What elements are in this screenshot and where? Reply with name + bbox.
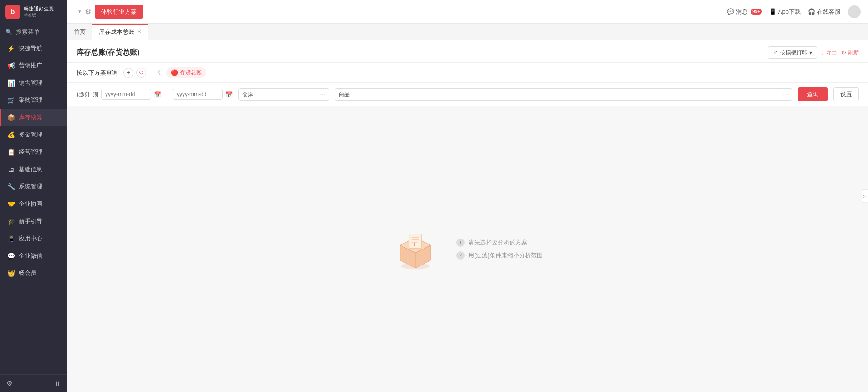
right-panel-button[interactable]: > [862, 189, 868, 203]
sidebar-footer: ⚙ ⏸ [0, 374, 67, 392]
sidebar-icon-member: 👑 [7, 270, 15, 277]
sidebar-item-enterprise[interactable]: 🤝企业协同 [0, 195, 67, 213]
sidebar-icon-inventory: 📦 [7, 114, 15, 121]
app-download-btn[interactable]: 📱 App下载 [769, 8, 801, 16]
app-name: 畅捷通好生意 [24, 5, 54, 12]
sidebar-item-system[interactable]: 🔧系统管理 [0, 178, 67, 195]
date-start-input[interactable] [101, 89, 151, 100]
message-badge: 99+ [751, 9, 762, 15]
tabbar: 首页库存成本总账✕ [67, 24, 868, 40]
export-label: 导出 [826, 49, 837, 56]
sidebar-item-quick-nav[interactable]: ⚡快捷导航 [0, 40, 67, 57]
sidebar-item-basic-info[interactable]: 🗂基础信息 [0, 161, 67, 178]
sidebar-item-purchase[interactable]: 🛒采购管理 [0, 92, 67, 109]
sidebar-label-inventory: 库存核算 [19, 113, 42, 122]
filter-label: 按以下方案查询 [77, 69, 118, 77]
tip-text-1: 请先选择要分析的方案 [468, 239, 527, 247]
sidebar-label-basic-info: 基础信息 [19, 165, 42, 173]
filter-scheme[interactable]: 🔴 存货总账 [166, 67, 206, 78]
empty-state: ! 1 请先选择要分析的方案 2 用[过滤]条件来缩小分析范围 [393, 226, 542, 272]
sidebar-icon-purchase: 🛒 [7, 97, 15, 104]
date-end-input[interactable] [173, 89, 223, 100]
sidebar-icon-system: 🔧 [7, 183, 15, 190]
product-more-icon[interactable]: ··· [783, 91, 788, 98]
sidebar-label-newbie: 新手引导 [19, 217, 42, 225]
tab-inventory-cost[interactable]: 库存成本总账✕ [92, 24, 148, 40]
template-print-chevron: ▾ [809, 50, 812, 56]
filter-add-button[interactable]: + [123, 68, 133, 78]
query-button[interactable]: 查询 [798, 87, 828, 101]
template-print-icon: 🖨 [773, 50, 778, 56]
refresh-icon: ↻ [842, 50, 846, 56]
sidebar-logo: b 畅捷通好生意 标准版 [0, 0, 67, 24]
online-service-icon: 🎧 [808, 8, 815, 15]
app-download-label: App下载 [778, 8, 801, 16]
sidebar-label-sales: 销售管理 [19, 79, 42, 87]
sidebar-label-marketing: 营销推广 [19, 61, 42, 70]
sidebar-item-newbie[interactable]: 🎓新手引导 [0, 213, 67, 230]
sidebar-item-sales[interactable]: 📊销售管理 [0, 74, 67, 92]
sidebar-search[interactable]: 🔍 搜索菜单 [0, 24, 67, 40]
warehouse-field[interactable]: 仓库 ··· [238, 88, 329, 101]
filter-actions: + ↺ [123, 68, 146, 78]
sidebar-label-app-center: 应用中心 [19, 234, 42, 243]
sidebar-label-enterprise: 企业协同 [19, 200, 42, 208]
tab-close-inventory-cost[interactable]: ✕ [137, 29, 141, 35]
refresh-button[interactable]: ↻ 刷新 [842, 49, 859, 56]
message-icon: 💬 [727, 8, 734, 15]
cta-button[interactable]: 体验行业方案 [95, 5, 143, 19]
empty-tips: 1 请先选择要分析的方案 2 用[过滤]条件来缩小分析范围 [456, 239, 542, 260]
topbar-left: ▾ ⚙ 体验行业方案 [75, 5, 143, 19]
sidebar-label-operations: 经营管理 [19, 148, 42, 156]
audio-footer-icon[interactable]: ⏸ [54, 380, 61, 387]
template-print-button[interactable]: 🖨 按模板打印 ▾ [768, 46, 817, 59]
online-service-label: 在线客服 [817, 8, 841, 16]
app-logo-icon: b [5, 5, 20, 19]
sidebar-search-label: 搜索菜单 [16, 28, 40, 36]
sidebar-item-operations[interactable]: 📋经营管理 [0, 143, 67, 161]
topbar-settings-icon[interactable]: ⚙ [85, 7, 91, 16]
topbar: ▾ ⚙ 体验行业方案 💬 消息 99+ 📱 App下载 🎧 在线客服 [67, 0, 868, 24]
warehouse-more-icon[interactable]: ··· [320, 91, 325, 98]
filter-collapse-icon[interactable]: 《 [155, 69, 161, 76]
tab-label-inventory-cost: 库存成本总账 [99, 28, 134, 36]
settings-button[interactable]: 设置 [833, 87, 859, 101]
sidebar-item-app-center[interactable]: 📱应用中心 [0, 230, 67, 247]
app-badge: 标准版 [24, 12, 54, 18]
export-button[interactable]: ↓ 导出 [822, 49, 837, 56]
tab-home[interactable]: 首页 [67, 24, 92, 40]
sidebar-item-marketing[interactable]: 📢营销推广 [0, 57, 67, 74]
main-content: ▾ ⚙ 体验行业方案 💬 消息 99+ 📱 App下载 🎧 在线客服 首页库存成… [67, 0, 868, 392]
sidebar-icon-app-center: 📱 [7, 235, 15, 242]
settings-footer-icon[interactable]: ⚙ [6, 379, 12, 387]
svg-text:!: ! [414, 242, 416, 247]
topbar-chevron-icon: ▾ [78, 9, 81, 15]
message-btn[interactable]: 💬 消息 99+ [727, 8, 762, 16]
sidebar-icon-sales: 📊 [7, 79, 15, 87]
date-label: 记账日期 [77, 91, 98, 98]
sidebar-item-inventory[interactable]: 📦库存核算 [0, 109, 67, 126]
product-field[interactable]: 商品 ··· [335, 88, 792, 101]
empty-tip-1: 1 请先选择要分析的方案 [456, 239, 542, 247]
date-end-calendar-icon[interactable]: 📅 [225, 91, 233, 98]
search-icon: 🔍 [5, 29, 12, 35]
page-header: 库存总账(存货总账) 🖨 按模板打印 ▾ ↓ 导出 ↻ 刷新 [67, 40, 868, 63]
sidebar-label-quick-nav: 快捷导航 [19, 44, 42, 52]
sidebar-icon-wechat: 💬 [7, 252, 15, 260]
online-service-btn[interactable]: 🎧 在线客服 [808, 8, 841, 16]
sidebar-icon-enterprise: 🤝 [7, 200, 15, 208]
sidebar-icon-basic-info: 🗂 [7, 166, 15, 173]
sidebar-item-member[interactable]: 👑畅会员 [0, 265, 67, 282]
filter-reset-button[interactable]: ↺ [136, 68, 146, 78]
date-start-calendar-icon[interactable]: 📅 [154, 91, 161, 98]
sidebar-label-finance: 资金管理 [19, 131, 42, 139]
sidebar-item-wechat[interactable]: 💬企业微信 [0, 247, 67, 265]
warehouse-label: 仓库 [242, 91, 253, 98]
message-label: 消息 [736, 8, 748, 16]
filter-area: 按以下方案查询 + ↺ 《 🔴 存货总账 [67, 63, 868, 83]
user-avatar[interactable] [848, 5, 861, 18]
empty-tip-2: 2 用[过滤]条件来缩小分析范围 [456, 251, 542, 260]
sidebar-label-member: 畅会员 [19, 269, 36, 277]
sidebar-item-finance[interactable]: 💰资金管理 [0, 126, 67, 143]
tip-num-1: 1 [456, 239, 465, 247]
